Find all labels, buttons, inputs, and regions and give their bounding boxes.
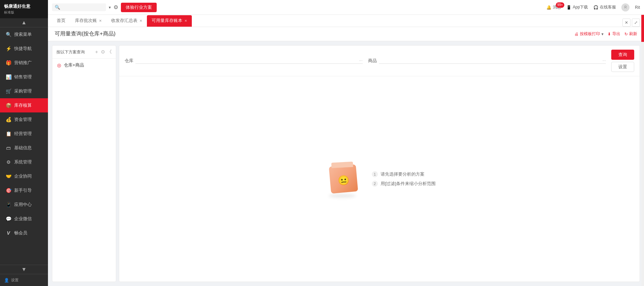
empty-step-1-text: 请先选择要分析的方案 — [381, 171, 424, 177]
empty-step-2-text: 用[过滤]条件来缩小分析范围 — [381, 181, 436, 187]
topbar-search-wrap: 🔍 — [52, 3, 106, 11]
gear-icon: ⚙ — [5, 159, 11, 165]
collapse-filter-icon[interactable]: 《 — [107, 49, 112, 55]
settings-button[interactable]: 设置 — [611, 62, 634, 72]
notification-bell[interactable]: 🔔 消息 99+ — [546, 4, 561, 10]
handshake-icon: 🤝 — [5, 173, 11, 179]
dropdown-chevron-icon: ▾ — [109, 5, 111, 10]
step-num-2: 2 — [372, 181, 378, 187]
query-button[interactable]: 查询 — [611, 50, 634, 60]
empty-illustration: 😐 — [323, 159, 364, 199]
refresh-action[interactable]: ↻ 刷新 — [624, 31, 637, 37]
product-input-icon[interactable]: ··· — [602, 58, 606, 63]
tab-batch-label: 库存批次账 — [75, 18, 97, 24]
app-download-link[interactable]: 📱 App下载 — [566, 4, 588, 10]
sidebar-item-marketing[interactable]: 🎁 营销推广 — [0, 56, 48, 70]
sidebar-scroll-up[interactable]: ▲ — [0, 18, 48, 27]
empty-step-2: 2 用[过滤]条件来缩小分析范围 — [372, 181, 436, 187]
filter-panel: 按以下方案查询 ＋ ⊙ 《 ◎ 仓库+商品 — [52, 45, 116, 282]
sidebar-item-shortcut[interactable]: ⚡ 快捷导航 — [0, 42, 48, 56]
settings-filter-icon[interactable]: ⊙ — [101, 49, 105, 55]
sidebar-scroll-down[interactable]: ▼ — [0, 265, 48, 274]
mobile-icon: 📱 — [5, 202, 11, 208]
trial-industry-button[interactable]: 体验行业方案 — [121, 3, 157, 12]
empty-text: 1 请先选择要分析的方案 2 用[过滤]条件来缩小分析范围 — [372, 171, 436, 187]
warehouse-filter-field: 仓库 ··· — [125, 58, 363, 64]
sidebar-item-purchase[interactable]: 🛒 采购管理 — [0, 84, 48, 98]
page-area: 可用量查询(按仓库+商品) 🖨 按模板打印 ▾ ⬇ 导出 ↻ 刷新 — [48, 27, 644, 286]
sidebar-item-system[interactable]: ⚙ 系统管理 — [0, 155, 48, 169]
sidebar-item-app-center[interactable]: 📱 应用中心 — [0, 198, 48, 212]
filter-header-icons: ＋ ⊙ 《 — [94, 49, 112, 55]
add-filter-icon[interactable]: ＋ — [94, 49, 99, 55]
export-icon: ⬇ — [608, 32, 611, 36]
filter-panel-header: 按以下方案查询 ＋ ⊙ 《 — [52, 46, 116, 59]
empty-state: 😐 1 请先选择要分析的方案 2 用[过滤]条件来缩小分析范围 — [119, 76, 640, 282]
product-input[interactable] — [379, 58, 602, 63]
sidebar: 畅康通好生意 标准版 ▲ 🔍 搜索菜单 ⚡ 快捷导航 🎁 营销推广 📊 销售管理… — [0, 0, 48, 286]
refresh-icon: ↻ — [624, 32, 628, 36]
filter-item-label: 仓库+商品 — [64, 62, 84, 68]
right-edge-scrollbar[interactable] — [641, 15, 644, 286]
topbar-dropdown[interactable]: ▾ — [109, 5, 111, 10]
vip-icon: V — [5, 230, 11, 236]
warehouse-label: 仓库 — [125, 58, 133, 64]
sidebar-item-basic-info[interactable]: 🗃 基础信息 — [0, 141, 48, 155]
phone-icon: 📱 — [566, 5, 571, 10]
tab-close-button[interactable]: ✕ — [622, 19, 630, 27]
tab-available-qty[interactable]: 可用量库存账本 ✕ — [147, 15, 192, 27]
flash-icon: ⚡ — [5, 46, 11, 52]
topbar-search-input[interactable] — [61, 5, 102, 10]
query-actions: 查询 设置 — [611, 50, 634, 72]
sidebar-item-finance[interactable]: 💰 资金管理 — [0, 112, 48, 127]
warehouse-input-icon[interactable]: ··· — [359, 58, 362, 63]
box-icon: 📦 — [5, 102, 11, 108]
brand-sub: 标准版 — [4, 10, 44, 15]
print-dropdown-icon[interactable]: ▾ — [601, 32, 603, 36]
tab-summary-close-icon[interactable]: ✕ — [139, 19, 142, 23]
wechat-icon: 💬 — [5, 216, 11, 222]
online-service-link[interactable]: 🎧 在线客服 — [593, 4, 616, 10]
tab-batch-account[interactable]: 库存批次账 ✕ — [70, 15, 106, 27]
sidebar-item-wechat[interactable]: 💬 企业微信 — [0, 212, 48, 226]
bell-icon: 🔔 — [546, 5, 551, 10]
sidebar-item-search[interactable]: 🔍 搜索菜单 — [0, 27, 48, 42]
topbar-gear-icon[interactable]: ⚙ — [113, 4, 118, 10]
sidebar-item-member[interactable]: V 畅会员 — [0, 226, 48, 240]
sidebar-item-operations[interactable]: 📋 经营管理 — [0, 127, 48, 141]
sidebar-item-enterprise[interactable]: 🤝 企业协同 — [0, 169, 48, 183]
sidebar-item-inventory[interactable]: 📦 库存核算 — [0, 98, 48, 112]
footer-icon: 👤 — [4, 278, 9, 283]
filter-item-warehouse-product[interactable]: ◎ 仓库+商品 — [52, 59, 116, 72]
empty-shadow — [329, 194, 356, 198]
export-action[interactable]: ⬇ 导出 — [608, 31, 620, 37]
sidebar-header: 畅康通好生意 标准版 — [0, 0, 48, 18]
username-label[interactable]: Rit — [635, 5, 640, 10]
notification-badge: 99+ — [556, 2, 564, 8]
warehouse-input-wrap: ··· — [135, 58, 363, 64]
headset-icon: 🎧 — [593, 5, 598, 10]
tab-available-close-icon[interactable]: ✕ — [184, 19, 187, 23]
user-avatar[interactable]: R — [621, 3, 629, 11]
tab-expand-button[interactable]: ⤢ — [632, 19, 640, 27]
tab-summary[interactable]: 收发存汇总表 ✕ — [106, 15, 147, 27]
tab-summary-label: 收发存汇总表 — [111, 18, 137, 24]
page-title: 可用量查询(按仓库+商品) — [55, 30, 574, 37]
query-filters: 仓库 ··· 商品 ··· 查询 — [119, 46, 640, 76]
footer-text: 设置 — [11, 278, 19, 283]
target-icon: 🎯 — [5, 187, 11, 193]
empty-box-graphic: 😐 — [329, 164, 358, 194]
clipboard-icon: 📋 — [5, 131, 11, 137]
filter-item-icon: ◎ — [57, 62, 61, 68]
tab-home[interactable]: 首页 — [52, 15, 70, 27]
tab-batch-close-icon[interactable]: ✕ — [99, 19, 102, 23]
sidebar-item-guide[interactable]: 🎯 新手引导 — [0, 183, 48, 198]
sidebar-scroll: 🔍 搜索菜单 ⚡ 快捷导航 🎁 营销推广 📊 销售管理 🛒 采购管理 📦 库存核… — [0, 27, 48, 265]
brand-name: 畅康通好生意 — [4, 3, 44, 9]
print-template-action[interactable]: 🖨 按模板打印 ▾ — [574, 31, 603, 37]
topbar-right: 🔔 消息 99+ 📱 App下载 🎧 在线客服 R Rit — [546, 3, 640, 11]
sidebar-item-sales[interactable]: 📊 销售管理 — [0, 70, 48, 84]
scrollbar-thumb[interactable] — [641, 15, 644, 42]
warehouse-input[interactable] — [135, 58, 359, 63]
search-icon: 🔍 — [5, 31, 11, 37]
